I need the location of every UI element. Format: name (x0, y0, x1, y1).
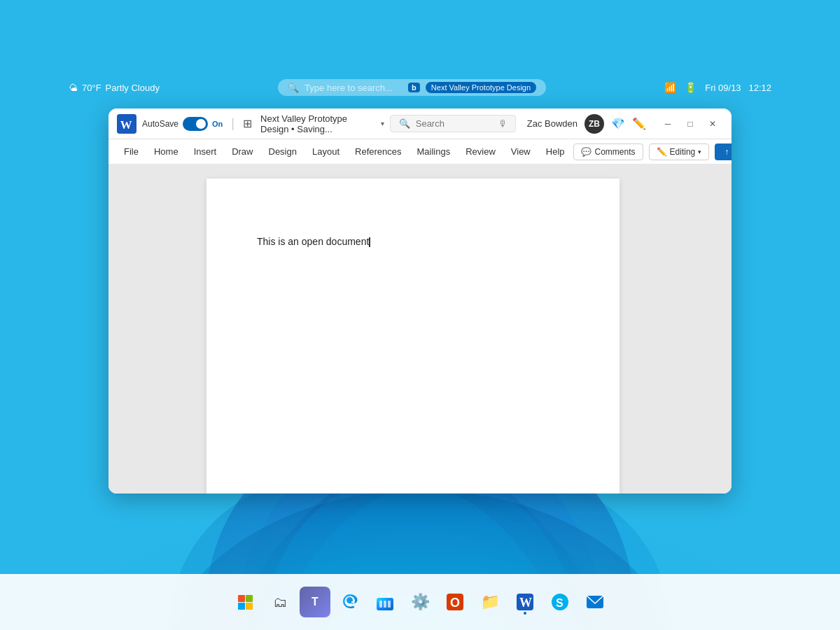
title-bar: W AutoSave On | ⊞ Next Valley Prototype … (108, 108, 732, 139)
microphone-icon[interactable]: 🎙 (498, 118, 507, 129)
taskbar-search-bar[interactable]: 🔍 b Next Valley Prototype Design (278, 79, 546, 96)
menu-design[interactable]: Design (262, 144, 304, 160)
text-cursor (369, 237, 370, 247)
word-taskbar-icon: W (516, 593, 534, 611)
document-page[interactable]: This is an open document (206, 178, 620, 493)
comments-button[interactable]: 💬 Comments (573, 144, 643, 160)
dropdown-chevron-icon[interactable]: ▾ (381, 120, 384, 127)
pencil-editing-icon: ✏️ (657, 147, 667, 157)
svg-rect-14 (238, 603, 245, 610)
taskbar-item-edge[interactable] (335, 587, 365, 617)
user-name: Zac Bowden (527, 118, 578, 129)
taskbar-item-mail[interactable] (580, 587, 610, 617)
system-tray: 📶 🔋 Fri 09/13 12:12 (664, 82, 771, 93)
weather-widget[interactable]: 🌤 70°F Partly Cloudy (69, 83, 160, 93)
document-title-area[interactable]: Next Valley Prototype Design • Saving...… (260, 113, 384, 134)
minimize-button[interactable]: ─ (657, 113, 678, 134)
start-button[interactable] (230, 587, 260, 617)
menu-file[interactable]: File (117, 144, 146, 160)
document-body-text: This is an open document (257, 236, 369, 247)
share-button[interactable]: ↑ Share ▾ (715, 144, 732, 160)
autosave-section: AutoSave On (142, 117, 223, 131)
user-avatar[interactable]: ZB (584, 114, 604, 134)
taskbar-item-skype[interactable]: S (545, 587, 575, 617)
skype-button[interactable]: S (545, 587, 575, 617)
taskbar-item-widgets[interactable]: 🗂 (265, 587, 295, 617)
rewards-icon[interactable]: 💎 (611, 117, 625, 130)
user-initials: ZB (589, 119, 600, 129)
edge-button[interactable] (335, 587, 365, 617)
microsoft-store-icon (376, 593, 394, 611)
document-right-margin (634, 164, 732, 493)
menu-view[interactable]: View (504, 144, 538, 160)
search-icon: 🔍 (288, 83, 299, 93)
wifi-icon: 📶 (664, 82, 676, 93)
word-window: W AutoSave On | ⊞ Next Valley Prototype … (108, 108, 732, 493)
edge-icon (341, 593, 359, 611)
editing-label: Editing (670, 147, 696, 157)
taskbar-item-settings[interactable]: ⚙️ (405, 587, 435, 617)
search-icon: 🔍 (399, 118, 410, 129)
document-content[interactable]: This is an open document (192, 164, 634, 493)
taskbar-item-word[interactable]: W (510, 587, 540, 617)
time: 12:12 (748, 83, 771, 93)
mail-button[interactable] (580, 587, 610, 617)
menu-layout[interactable]: Layout (305, 144, 346, 160)
date-time[interactable]: Fri 09/13 12:12 (705, 83, 771, 93)
window-controls: ─ □ ✕ (657, 113, 723, 134)
taskbar-item-file-explorer[interactable]: 📁 (475, 587, 505, 617)
taskbar: 🗂 T (0, 574, 840, 630)
menu-draw[interactable]: Draw (225, 144, 260, 160)
taskbar-item-teams[interactable]: T (300, 587, 330, 617)
temperature: 70°F (82, 83, 102, 93)
battery-icon: 🔋 (685, 82, 696, 93)
taskbar-search-input[interactable] (304, 83, 402, 93)
taskbar-item-start[interactable] (230, 587, 260, 617)
bing-logo: b (408, 83, 420, 92)
system-taskbar-top: 🌤 70°F Partly Cloudy 🔍 b Next Valley Pro… (69, 74, 771, 102)
teams-icon: T (312, 596, 318, 608)
document-text[interactable]: This is an open document (257, 234, 569, 249)
editing-chevron-icon: ▾ (698, 148, 701, 155)
menu-home[interactable]: Home (147, 144, 186, 160)
start-icon (237, 594, 253, 610)
svg-text:S: S (556, 597, 564, 609)
widgets-button[interactable]: 🗂 (265, 587, 295, 617)
office-icon: O (446, 593, 464, 611)
svg-rect-18 (384, 601, 386, 608)
pencil-icon[interactable]: ✏️ (632, 117, 646, 130)
close-button[interactable]: ✕ (702, 113, 723, 134)
user-section: Zac Bowden ZB 💎 ✏️ (527, 114, 646, 134)
menu-references[interactable]: References (348, 144, 408, 160)
search-box[interactable]: 🔍 🎙 (390, 115, 516, 132)
comment-icon: 💬 (581, 147, 592, 157)
teams-button[interactable]: T (300, 587, 330, 617)
settings-button[interactable]: ⚙️ (405, 587, 435, 617)
taskbar-item-microsoft-store[interactable] (370, 587, 400, 617)
menu-mailings[interactable]: Mailings (410, 144, 458, 160)
menu-review[interactable]: Review (458, 144, 503, 160)
svg-text:W: W (120, 118, 132, 131)
mail-icon (586, 593, 604, 611)
menu-insert[interactable]: Insert (187, 144, 224, 160)
editing-button[interactable]: ✏️ Editing ▾ (649, 144, 710, 160)
svg-rect-15 (246, 603, 253, 610)
taskbar-item-office[interactable]: O (440, 587, 470, 617)
comments-label: Comments (595, 147, 636, 157)
active-app-badge: Next Valley Prototype Design (426, 82, 536, 93)
menu-help[interactable]: Help (539, 144, 572, 160)
share-icon: ↑ (724, 147, 729, 157)
maximize-button[interactable]: □ (680, 113, 701, 134)
svg-rect-17 (379, 601, 382, 608)
menu-right-actions: 💬 Comments ✏️ Editing ▾ ↑ Share ▾ 📌 (573, 144, 732, 160)
grid-icon[interactable]: ⊞ (240, 117, 255, 130)
autosave-toggle[interactable] (183, 117, 208, 131)
microsoft-store-button[interactable] (370, 587, 400, 617)
svg-text:W: W (519, 596, 532, 610)
menu-bar: File Home Insert Draw Design Layout Refe… (108, 139, 732, 164)
office-button[interactable]: O (440, 587, 470, 617)
doc-title-text: Next Valley Prototype Design • Saving... (260, 113, 377, 134)
file-explorer-button[interactable]: 📁 (475, 587, 505, 617)
document-area: This is an open document (108, 164, 732, 493)
word-search-input[interactable] (416, 118, 493, 129)
